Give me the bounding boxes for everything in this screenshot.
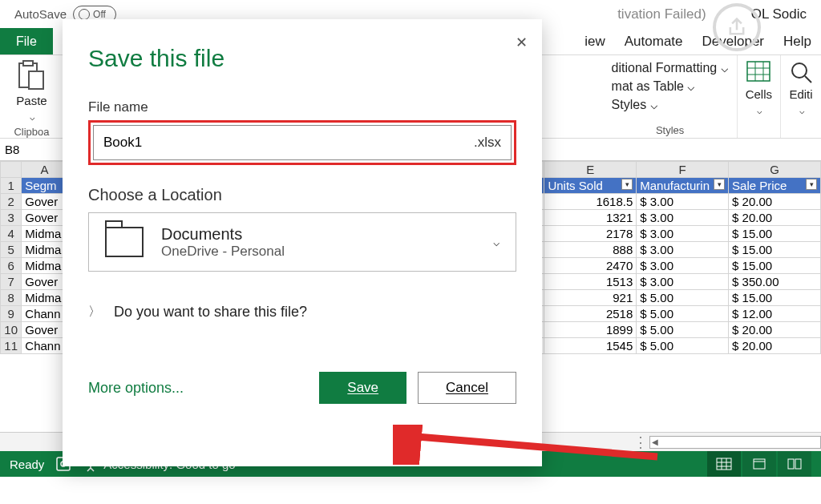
svg-rect-21 — [795, 459, 801, 469]
name-box[interactable]: B8 — [0, 139, 64, 160]
location-picker[interactable]: Documents OneDrive - Personal ⌵ — [88, 212, 516, 272]
cell[interactable]: $ 15.00 — [729, 290, 821, 306]
cell[interactable]: Midma — [22, 226, 67, 242]
activation-text: tivation Failed) — [617, 6, 706, 22]
filename-input[interactable] — [103, 135, 467, 151]
cell[interactable]: Midma — [22, 290, 67, 306]
view-page-layout-button[interactable] — [742, 451, 776, 477]
group-label-clipboard: Clipboa — [14, 123, 49, 138]
cell[interactable]: $ 5.00 — [637, 322, 729, 338]
cell[interactable]: $ 20.00 — [729, 338, 821, 354]
svg-rect-20 — [788, 459, 794, 469]
header-cell[interactable]: Sale Price▾ — [729, 178, 821, 194]
chevron-down-icon — [28, 109, 35, 123]
cell[interactable]: Midma — [22, 242, 67, 258]
select-all[interactable] — [1, 162, 22, 178]
cell[interactable]: $ 350.00 — [729, 274, 821, 290]
col-header[interactable]: F — [637, 162, 729, 178]
tab-view[interactable]: iew — [575, 28, 615, 54]
conditional-formatting-button[interactable]: ditional Formatting ⌵ — [612, 60, 729, 75]
filename-highlight: .xlsx — [88, 120, 516, 165]
cell[interactable]: 2470 — [544, 258, 637, 274]
cell[interactable]: Gover — [22, 322, 67, 338]
cell[interactable]: 921 — [544, 290, 637, 306]
cell[interactable]: $ 3.00 — [637, 210, 729, 226]
svg-rect-2 — [29, 71, 43, 89]
location-sub: OneDrive - Personal — [161, 244, 285, 260]
filter-icon[interactable]: ▾ — [714, 179, 725, 190]
cell[interactable]: Chann — [22, 306, 67, 322]
cancel-button[interactable]: Cancel — [418, 372, 516, 404]
tab-help[interactable]: Help — [774, 28, 821, 54]
tab-automate[interactable]: Automate — [615, 28, 693, 54]
format-as-table-button[interactable]: mat as Table ⌵ — [612, 79, 729, 94]
cell[interactable]: $ 3.00 — [637, 242, 729, 258]
horizontal-scrollbar[interactable] — [649, 436, 821, 449]
cell[interactable]: 1513 — [544, 274, 637, 290]
folder-icon — [105, 227, 144, 257]
chevron-right-icon: 〉 — [88, 304, 101, 321]
cell[interactable]: $ 15.00 — [729, 258, 821, 274]
header-cell[interactable]: Manufacturin▾ — [637, 178, 729, 194]
cell[interactable]: $ 5.00 — [637, 290, 729, 306]
autosave-label: AutoSave — [14, 7, 67, 21]
cell[interactable]: $ 20.00 — [729, 194, 821, 210]
cell[interactable]: $ 5.00 — [637, 338, 729, 354]
cell-styles-button[interactable]: Styles ⌵ — [612, 97, 729, 112]
cell[interactable]: 1618.5 — [544, 194, 637, 210]
cell[interactable]: 2178 — [544, 226, 637, 242]
col-header[interactable]: E — [544, 162, 637, 178]
cell[interactable]: Gover — [22, 194, 67, 210]
dialog-title: Save this file — [88, 45, 516, 72]
filter-icon[interactable]: ▾ — [621, 179, 633, 190]
svg-rect-13 — [717, 458, 731, 470]
svg-rect-3 — [747, 62, 770, 81]
cell[interactable]: Chann — [22, 338, 67, 354]
chevron-down-icon — [755, 103, 762, 116]
cells-button[interactable]: Cells — [746, 60, 772, 116]
paste-button[interactable]: Paste — [16, 60, 47, 123]
cell[interactable]: Midma — [22, 258, 67, 274]
cell[interactable]: $ 5.00 — [637, 306, 729, 322]
cell[interactable]: Gover — [22, 210, 67, 226]
sheet-tab-menu-icon[interactable]: ⋮ — [633, 433, 649, 451]
svg-point-8 — [792, 63, 807, 78]
cell[interactable]: $ 15.00 — [729, 226, 821, 242]
cell[interactable]: $ 3.00 — [637, 194, 729, 210]
cell[interactable]: 2518 — [544, 306, 637, 322]
svg-rect-1 — [23, 61, 33, 66]
cell[interactable]: $ 3.00 — [637, 226, 729, 242]
cell[interactable]: $ 20.00 — [729, 210, 821, 226]
header-cell[interactable]: Units Sold▾ — [544, 178, 637, 194]
cell[interactable]: Gover — [22, 274, 67, 290]
cell[interactable]: $ 20.00 — [729, 322, 821, 338]
editing-button[interactable]: Editi — [789, 60, 813, 116]
svg-line-9 — [805, 76, 811, 83]
cell[interactable]: 888 — [544, 242, 637, 258]
share-icon[interactable] — [713, 3, 761, 51]
view-page-break-button[interactable] — [778, 451, 811, 477]
share-file-expander[interactable]: 〉 Do you want to share this file? — [88, 304, 516, 321]
col-header[interactable]: G — [729, 162, 821, 178]
file-extension-dropdown[interactable]: .xlsx — [467, 135, 501, 151]
more-options-link[interactable]: More options... — [88, 380, 184, 397]
cell[interactable]: 1545 — [544, 338, 637, 354]
close-icon[interactable]: ✕ — [516, 34, 528, 51]
file-tab[interactable]: File — [0, 28, 53, 54]
cell[interactable]: $ 15.00 — [729, 242, 821, 258]
cell[interactable]: $ 3.00 — [637, 274, 729, 290]
cell[interactable]: $ 3.00 — [637, 258, 729, 274]
save-button[interactable]: Save — [319, 372, 406, 404]
location-name: Documents — [161, 225, 285, 244]
chevron-down-icon — [798, 103, 805, 116]
location-label: Choose a Location — [88, 186, 516, 204]
filter-icon[interactable]: ▾ — [806, 179, 817, 190]
view-normal-button[interactable] — [707, 451, 741, 477]
svg-rect-18 — [754, 459, 765, 469]
cell[interactable]: $ 12.00 — [729, 306, 821, 322]
save-dialog: ✕ Save this file File name .xlsx Choose … — [63, 19, 542, 466]
header-cell[interactable]: Segm — [22, 178, 67, 194]
cell[interactable]: 1321 — [544, 210, 637, 226]
cell[interactable]: 1899 — [544, 322, 637, 338]
chevron-down-icon: ⌵ — [493, 236, 499, 248]
